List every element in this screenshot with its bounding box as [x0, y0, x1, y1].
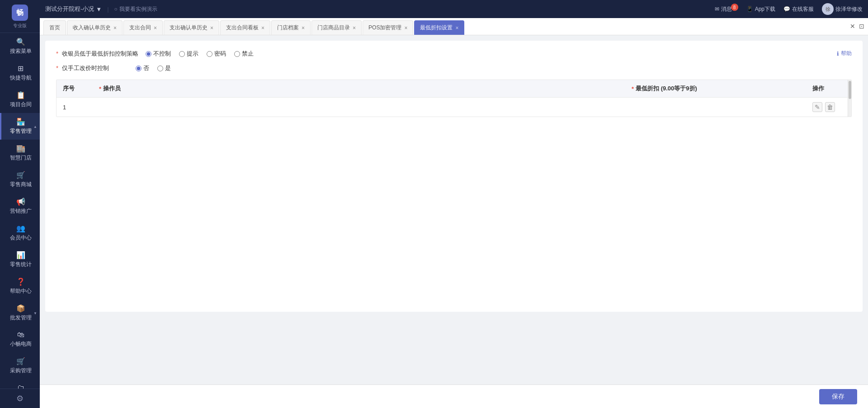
radio-forbid[interactable]: 禁止	[234, 50, 254, 58]
sidebar-item-ecommerce[interactable]: 🛍 小畅电商	[0, 326, 40, 352]
logo-icon: 畅	[12, 5, 28, 21]
tab-close-btn[interactable]: ×	[154, 25, 157, 31]
radio-remind[interactable]: 提示	[179, 50, 198, 58]
th-min-discount: * 最低折扣 (9.00等于9折)	[625, 80, 806, 97]
table-scrollbar-thumb[interactable]	[849, 81, 851, 99]
message-button[interactable]: ✉ 消息 8	[715, 5, 738, 13]
sidebar-item-help[interactable]: ❓ 帮助中心	[0, 273, 40, 300]
radio-password[interactable]: 密码	[207, 50, 226, 58]
app-download-label: App下载	[755, 5, 775, 13]
tab-payment-confirm[interactable]: 支出确认单历史×	[164, 20, 219, 35]
sidebar-item-search[interactable]: 🔍 搜索菜单	[0, 33, 40, 60]
tab-label: 门店商品目录	[317, 24, 350, 32]
demo-link[interactable]: ○ 我要看实例演示	[114, 5, 157, 13]
tab-close-btn[interactable]: ×	[404, 25, 407, 31]
tab-income-confirm[interactable]: 收入确认单历史×	[67, 20, 123, 35]
sidebar-item-label: 零售统计	[10, 261, 32, 268]
sidebar-item-label: 搜索菜单	[10, 47, 32, 55]
shortcut-icon: ⊞	[18, 64, 24, 73]
sidebar-item-label: 营销推广	[10, 207, 32, 215]
sidebar-item-wholesale[interactable]: 📦 批发管理	[0, 300, 40, 326]
app-download-button[interactable]: 📱 App下载	[746, 5, 775, 13]
tab-payment-board[interactable]: 支出合同看板×	[220, 20, 270, 35]
sidebar-item-label: 智慧门店	[10, 154, 32, 162]
radio-no-control[interactable]: 不控制	[146, 50, 171, 58]
settings-icon[interactable]: ⚙	[16, 394, 24, 403]
tab-store-archive[interactable]: 门店档案×	[271, 20, 311, 35]
tab-label: 收入确认单历史	[73, 24, 111, 32]
user-name: 徐泽华修改	[835, 5, 863, 13]
tab-close-btn[interactable]: ×	[261, 25, 264, 31]
delete-button[interactable]: 🗑	[825, 102, 835, 112]
close-tab-icon[interactable]: ✕	[850, 23, 855, 30]
online-service-button[interactable]: 💬 在线客服	[783, 5, 814, 13]
member-icon: 👥	[16, 224, 25, 233]
sidebar-item-label: 零售管理	[10, 127, 32, 135]
project-selector[interactable]: 测试分开院程-小况 ▼	[45, 5, 102, 13]
discount-table: 序号 * 操作员 * 最低折扣 (9.00等于9折) 操作	[56, 80, 852, 117]
table-body: 1 ✎ 🗑	[57, 98, 851, 117]
tab-close-btn[interactable]: ×	[302, 25, 305, 31]
sidebar-item-marketing[interactable]: 📢 营销推广	[0, 193, 40, 220]
sidebar-item-online-store[interactable]: 🛒 零售商城	[0, 166, 40, 193]
sidebar-item-label: 采购管理	[10, 367, 32, 375]
tab-min-discount[interactable]: 最低折扣设置×	[414, 20, 464, 35]
sidebar-item-retail-stats[interactable]: 📊 零售统计	[0, 246, 40, 273]
dropdown-icon: ▼	[96, 6, 102, 13]
online-store-icon: 🛒	[16, 171, 25, 179]
sidebar-item-purchase[interactable]: 🛒 采购管理	[0, 352, 40, 379]
sidebar-item-project[interactable]: 📋 项目合同	[0, 86, 40, 113]
field1-label: * 收银员低于最低折扣控制策略	[56, 50, 138, 58]
retail-icon: 🏪	[16, 117, 25, 126]
tab-store-product[interactable]: 门店商品目录×	[311, 20, 362, 35]
radio-no[interactable]: 否	[136, 64, 149, 72]
user-menu[interactable]: 徐 徐泽华修改	[822, 3, 863, 15]
tab-pos-password[interactable]: POS加密管理×	[363, 20, 413, 35]
sidebar-item-label: 小畅电商	[10, 340, 32, 348]
topbar-left: 测试分开院程-小况 ▼ | ○ 我要看实例演示	[45, 5, 157, 13]
wholesale-icon: 📦	[16, 304, 25, 313]
th-seq: 序号	[57, 80, 93, 97]
sidebar: 畅 专业版 🔍 搜索菜单 ⊞ 快捷导航 📋 项目合同 🏪 零售管理 🏬 智慧门店…	[0, 0, 40, 408]
help-link[interactable]: ℹ 帮助	[837, 50, 852, 57]
marketing-icon: 📢	[16, 197, 25, 206]
topbar: 测试分开院程-小况 ▼ | ○ 我要看实例演示 ✉ 消息 8 📱 App下载 💬…	[40, 0, 868, 18]
project-icon: 📋	[16, 91, 25, 99]
help-icon: ❓	[16, 277, 25, 286]
tab-close-btn[interactable]: ×	[455, 25, 458, 31]
cell-operator	[93, 98, 625, 117]
sidebar-item-inventory[interactable]: 🗂 库存核算	[0, 379, 40, 389]
tab-label: POS加密管理	[368, 24, 401, 32]
demo-text: 我要看实例演示	[119, 5, 157, 13]
tab-close-btn[interactable]: ×	[113, 25, 117, 31]
footer-bar: 保存	[40, 385, 868, 408]
tab-label: 支出确认单历史	[170, 24, 208, 32]
tab-close-btn[interactable]: ×	[353, 25, 356, 31]
help-icon: ℹ	[837, 51, 839, 57]
table-scrollbar[interactable]	[848, 80, 851, 117]
sidebar-item-label: 批发管理	[10, 314, 32, 322]
sidebar-item-retail[interactable]: 🏪 零售管理	[0, 113, 40, 140]
th-operator: * 操作员	[93, 80, 625, 97]
tab-home[interactable]: 首页	[43, 20, 66, 35]
tab-label: 最低折扣设置	[420, 24, 453, 32]
field1-radio-group: 不控制 提示 密码 禁止	[146, 50, 254, 58]
action-buttons: ✎ 🗑	[812, 102, 835, 112]
tab-payment-contract[interactable]: 支出合同×	[123, 20, 163, 35]
inventory-icon: 🗂	[17, 384, 24, 389]
save-button[interactable]: 保存	[819, 389, 857, 404]
sidebar-bottom[interactable]: ⚙	[0, 389, 40, 408]
sidebar-item-smart-store[interactable]: 🏬 智慧门店	[0, 140, 40, 166]
sidebar-item-member[interactable]: 👥 会员中心	[0, 220, 40, 246]
project-name: 测试分开院程-小况	[45, 5, 94, 13]
edit-button[interactable]: ✎	[812, 102, 822, 112]
sidebar-item-shortcut[interactable]: ⊞ 快捷导航	[0, 60, 40, 86]
settings-card: ℹ 帮助 * 收银员低于最低折扣控制策略 不控制 提示	[45, 41, 863, 312]
tab-close-btn[interactable]: ×	[210, 25, 213, 31]
sidebar-menu: 🔍 搜索菜单 ⊞ 快捷导航 📋 项目合同 🏪 零售管理 🏬 智慧门店 🛒 零售商…	[0, 33, 40, 389]
search-icon: 🔍	[16, 38, 25, 46]
radio-yes[interactable]: 是	[157, 64, 171, 72]
expand-icon[interactable]: ⊡	[859, 23, 864, 30]
avatar: 徐	[822, 3, 834, 15]
cell-action: ✎ 🗑	[806, 98, 851, 117]
